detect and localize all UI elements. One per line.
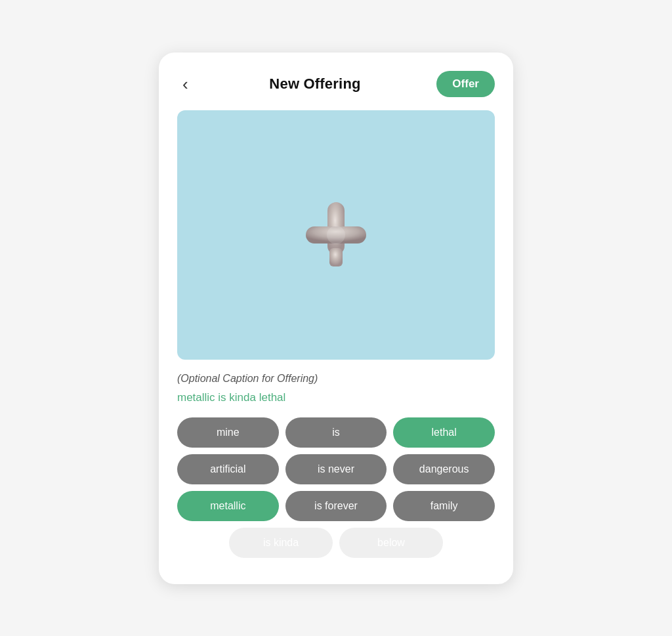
word-chip-grid: mine is lethal artificial is never dange… <box>177 417 495 521</box>
caption-placeholder: (Optional Caption for Offering) <box>177 373 495 385</box>
header: ‹ New Offering Offer <box>159 53 513 110</box>
chip-metallic[interactable]: metallic <box>177 491 279 521</box>
chip-lethal[interactable]: lethal <box>393 417 495 448</box>
offer-button[interactable]: Offer <box>436 71 495 97</box>
chip-is-kinda[interactable]: is kinda <box>229 528 333 558</box>
chip-artificial[interactable]: artificial <box>177 454 279 484</box>
chip-mine[interactable]: mine <box>177 417 279 448</box>
back-button[interactable]: ‹ <box>177 73 194 95</box>
phone-container: ‹ New Offering Offer <box>159 53 513 584</box>
chip-is[interactable]: is <box>285 417 387 448</box>
chip-is-forever[interactable]: is forever <box>285 491 387 521</box>
page-title: New Offering <box>269 75 360 93</box>
caption-value: metallic is kinda lethal <box>177 391 495 404</box>
chip-family[interactable]: family <box>393 491 495 521</box>
product-image-area <box>177 110 495 360</box>
chip-dangerous[interactable]: dangerous <box>393 454 495 484</box>
caption-area: (Optional Caption for Offering) metallic… <box>177 373 495 404</box>
bottom-chip-row: is kinda below <box>177 528 495 558</box>
chip-is-never[interactable]: is never <box>285 454 387 484</box>
svg-point-3 <box>327 226 345 244</box>
chip-below[interactable]: below <box>339 528 443 558</box>
product-icon <box>290 189 382 281</box>
svg-rect-2 <box>329 248 343 266</box>
